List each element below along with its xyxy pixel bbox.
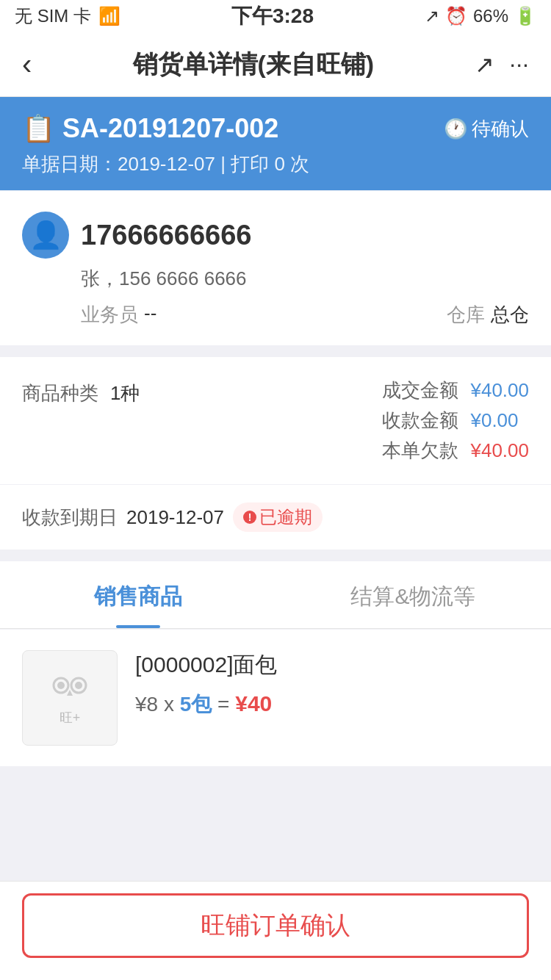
received-value: ¥0.00 <box>470 409 518 432</box>
svg-point-3 <box>75 682 82 689</box>
location-icon: ↗ <box>425 6 439 26</box>
status-bar: 无 SIM 卡 📶 下午3:28 ↗ ⏰ 66% 🔋 <box>0 0 551 32</box>
brand-text: 旺+ <box>60 709 81 727</box>
nav-bar: ‹ 销货单详情(来自旺铺) ↗ ··· <box>0 32 551 97</box>
owed-label: 本单欠款 <box>356 438 458 464</box>
product-price: ¥8 x 5包 = ¥40 <box>135 691 529 718</box>
more-button[interactable]: ··· <box>509 51 529 78</box>
customer-meta: 业务员 -- 仓库 总仓 <box>81 302 529 328</box>
battery-icon: 🔋 <box>514 6 536 26</box>
status-left: 无 SIM 卡 📶 <box>15 4 120 28</box>
owed-row: 本单欠款 ¥40.00 <box>356 438 529 464</box>
battery-text: 66% <box>473 6 508 26</box>
clock-icon: 🕐 <box>444 118 467 140</box>
stats-section: 商品种类 1种 成交金额 ¥40.00 收款金额 ¥0.00 本单欠款 ¥40.… <box>0 357 551 484</box>
alarm-icon: ⏰ <box>445 6 467 26</box>
bottom-bar: 旺铺订单确认 <box>0 881 551 980</box>
order-doc-icon: 📋 <box>22 113 55 144</box>
status-right: ↗ ⏰ 66% 🔋 <box>425 6 536 26</box>
customer-phone: 17666666666 <box>81 220 251 251</box>
order-meta: 单据日期：2019-12-07 | 打印 0 次 <box>22 151 529 177</box>
stats-right: 成交金额 ¥40.00 收款金额 ¥0.00 本单欠款 ¥40.00 <box>356 378 529 464</box>
staff-value: -- <box>144 302 156 328</box>
carrier-text: 无 SIM 卡 <box>15 4 91 28</box>
warehouse-label: 仓库 <box>447 302 485 328</box>
product-name: [0000002]面包 <box>135 650 529 680</box>
avatar-icon: 👤 <box>29 220 62 251</box>
owed-value: ¥40.00 <box>470 439 529 462</box>
received-row: 收款金额 ¥0.00 <box>356 408 518 433</box>
staff-label: 业务员 <box>81 302 138 328</box>
warehouse-info: 仓库 总仓 <box>447 302 529 328</box>
back-button[interactable]: ‹ <box>22 48 32 81</box>
order-banner: 📋 SA-20191207-002 🕐 待确认 单据日期：2019-12-07 … <box>0 97 551 190</box>
nav-actions: ↗ ··· <box>475 51 529 79</box>
transaction-value: ¥40.00 <box>470 379 529 402</box>
product-type-value: 1种 <box>110 381 140 406</box>
due-section: 收款到期日 2019-12-07 ! 已逾期 <box>0 485 551 550</box>
share-button[interactable]: ↗ <box>475 51 494 79</box>
owl-logo-icon <box>48 669 92 706</box>
customer-section: 👤 17666666666 张，156 6666 6666 业务员 -- 仓库 … <box>0 191 551 345</box>
due-label: 收款到期日 <box>22 505 118 530</box>
product-thumb-inner: 旺+ <box>48 669 92 727</box>
confirm-button[interactable]: 旺铺订单确认 <box>22 893 529 958</box>
product-info: [0000002]面包 ¥8 x 5包 = ¥40 <box>135 650 529 718</box>
product-section: 旺+ [0000002]面包 ¥8 x 5包 = ¥40 <box>0 630 551 766</box>
svg-point-2 <box>57 682 65 689</box>
svg-marker-4 <box>67 690 73 696</box>
order-id: 📋 SA-20191207-002 <box>22 113 278 144</box>
product-type-label: 商品种类 <box>22 381 98 406</box>
tab-sales-goods[interactable]: 销售商品 <box>0 561 276 628</box>
stats-left: 商品种类 1种 <box>22 378 140 464</box>
transaction-label: 成交金额 <box>356 378 458 403</box>
transaction-row: 成交金额 ¥40.00 <box>356 378 529 403</box>
wifi-icon: 📶 <box>98 6 120 26</box>
total-price: ¥40 <box>235 691 272 716</box>
overdue-icon: ! <box>243 511 256 524</box>
warehouse-value: 总仓 <box>491 302 529 328</box>
customer-top: 👤 17666666666 <box>22 212 529 259</box>
page-title: 销货单详情(来自旺铺) <box>133 48 375 82</box>
due-date: 2019-12-07 <box>126 506 224 529</box>
product-type-item: 商品种类 1种 <box>22 378 140 409</box>
order-banner-top: 📋 SA-20191207-002 🕐 待确认 <box>22 113 529 144</box>
product-thumbnail: 旺+ <box>22 650 118 746</box>
order-status: 🕐 待确认 <box>444 116 529 142</box>
avatar: 👤 <box>22 212 69 259</box>
overdue-text: 已逾期 <box>259 505 312 529</box>
customer-name: 张，156 6666 6666 <box>81 266 529 292</box>
received-label: 收款金额 <box>356 408 458 433</box>
tab-section: 销售商品 结算&物流等 <box>0 561 551 629</box>
overdue-badge: ! 已逾期 <box>233 502 323 532</box>
tab-settlement[interactable]: 结算&物流等 <box>276 561 551 628</box>
time-display: 下午3:28 <box>231 2 314 30</box>
staff-info: 业务员 -- <box>81 302 156 328</box>
quantity-text: 5包 <box>180 693 212 716</box>
